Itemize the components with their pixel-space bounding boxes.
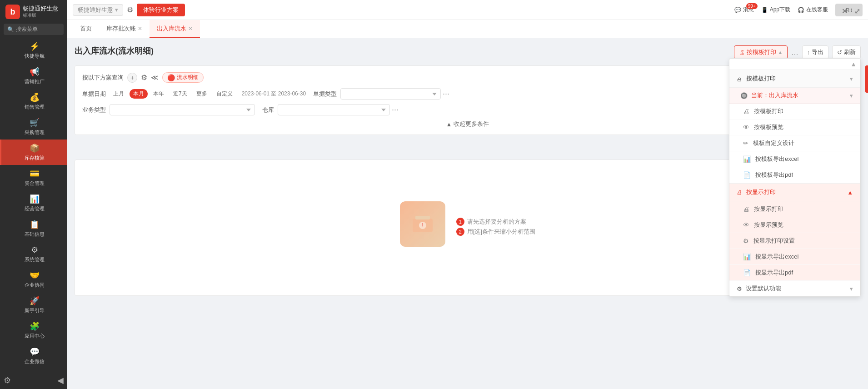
dropdown-template-print-label: 按模板打印	[754, 107, 783, 115]
default-section-label: 设置默认功能	[746, 284, 781, 293]
date-option-this-month[interactable]: 本月	[130, 89, 148, 99]
online-service-btn[interactable]: 🎧 在线客服	[798, 6, 828, 14]
filter-config-icon[interactable]: ⚙	[141, 73, 147, 82]
sidebar-item-inventory[interactable]: 📦 库存核算	[0, 140, 67, 165]
dropdown-display-settings-item[interactable]: ⚙ 按显示打印设置	[729, 233, 860, 249]
print-template-btn[interactable]: 🖨 按模板打印 ▲	[734, 45, 788, 59]
page-title: 出入库流水(流水明细)	[75, 45, 154, 56]
date-option-this-year[interactable]: 本年	[150, 89, 168, 99]
display-print-chevron-icon: ▲	[847, 189, 853, 196]
dropdown-default-section[interactable]: ⚙ 设置默认功能 ▾	[729, 281, 860, 296]
warehouse-field: 仓库 ···	[262, 104, 399, 115]
display-print-header-label: 按显示打印	[746, 188, 776, 196]
resize-handle[interactable]	[865, 65, 868, 93]
dropdown-current-label[interactable]: 🔘 当前：出入库流水 ▾	[729, 88, 860, 104]
empty-illustration: !	[400, 201, 445, 247]
warehouse-more[interactable]: ···	[392, 105, 399, 115]
dropdown-template-preview-item[interactable]: 👁 按模板预览	[729, 120, 860, 135]
sidebar-item-basic[interactable]: 📋 基础信息	[0, 216, 67, 241]
app-download-icon: 📱	[761, 7, 768, 13]
sidebar-item-guide[interactable]: 🚀 新手引导	[0, 292, 67, 318]
date-option-custom[interactable]: 自定义	[213, 89, 236, 99]
dropdown-template-custom-item[interactable]: ✏ 模板自定义设计	[729, 135, 860, 151]
messages-badge: 99+	[746, 3, 758, 9]
dropdown-template-print-header[interactable]: 🖨 按模板打印 ▾	[729, 70, 860, 88]
industry-btn[interactable]: 体验行业方案	[137, 4, 185, 16]
basic-icon: 📋	[30, 219, 40, 229]
export-btn[interactable]: ↑ 导出	[802, 45, 829, 59]
dropdown-display-print-item[interactable]: 🖨 按显示打印	[729, 201, 860, 217]
dropdown-template-preview-icon: 👁	[743, 124, 749, 131]
tip-num-2: 2	[456, 228, 464, 236]
dropdown-template-excel-item[interactable]: 📊 按模板导出excel	[729, 151, 860, 167]
voucher-type-wrap: ···	[340, 88, 449, 100]
dropdown-display-pdf-item[interactable]: 📄 按显示导出pdf	[729, 265, 860, 281]
cooperation-icon: 🤝	[30, 270, 40, 280]
dropdown-template-print-item[interactable]: 🖨 按模板打印	[729, 104, 860, 120]
sidebar-item-nav[interactable]: ⚡ 快捷导航	[0, 38, 67, 63]
tab-batch-account[interactable]: 库存批次账 ✕	[99, 20, 150, 38]
topbar-settings-icon[interactable]: ⚙	[127, 5, 133, 14]
search-menu[interactable]: 🔍 搜索菜单	[4, 24, 64, 35]
dropdown-template-pdf-item[interactable]: 📄 按模板导出pdf	[729, 167, 860, 183]
date-option-last-month[interactable]: 上月	[110, 89, 128, 99]
sidebar-bottom: ⚙ ◀	[0, 372, 67, 389]
dropdown-display-excel-item[interactable]: 📊 按显示导出excel	[729, 249, 860, 265]
refresh-btn[interactable]: ↺ 刷新	[832, 45, 861, 59]
scroll-up-arrow-icon[interactable]: ▲	[850, 60, 857, 68]
business-type-select[interactable]	[110, 104, 255, 115]
date-options: 上月 本月 本年 近7天 更多 自定义	[110, 89, 236, 99]
voucher-type-field: 单据类型 ···	[313, 88, 449, 100]
print-chevron-icon: ▲	[778, 50, 783, 55]
logo-icon: b	[5, 5, 20, 19]
apps-label: 应用中心	[25, 333, 45, 339]
sidebar-settings-icon[interactable]: ⚙	[4, 375, 11, 385]
dropdown-display-pdf-label: 按显示导出pdf	[755, 269, 793, 277]
sidebar-item-finance[interactable]: 💳 资金管理	[0, 165, 67, 190]
nav-icon: ⚡	[30, 41, 40, 51]
messages-btn[interactable]: 💬 消息 99+	[734, 6, 754, 14]
action-more-icon[interactable]: ...	[791, 48, 798, 57]
sidebar-item-operation[interactable]: 📊 经营管理	[0, 190, 67, 216]
sidebar-item-member[interactable]: 👑 畅会员	[0, 369, 67, 372]
tab-flow[interactable]: 出入库流水 ✕	[150, 20, 200, 38]
sidebar-item-cooperation[interactable]: 🤝 企业协同	[0, 267, 67, 292]
inventory-icon: 📦	[30, 143, 40, 153]
dropdown-display-print-header[interactable]: 🖨 按显示打印 ▲	[729, 183, 860, 201]
sidebar-collapse-icon[interactable]: ◀	[57, 375, 64, 385]
warehouse-select[interactable]	[278, 104, 390, 115]
dropdown-display-excel-icon: 📊	[743, 253, 751, 260]
template-print-header-icon: 🖨	[737, 75, 743, 82]
sidebar-item-marketing[interactable]: 📢 营销推广	[0, 63, 67, 89]
sidebar-item-system[interactable]: ⚙ 系统管理	[0, 241, 67, 267]
quick-tag[interactable]: 🔴 流水明细	[162, 72, 204, 83]
date-option-7days[interactable]: 近7天	[170, 89, 191, 99]
window-close-btn[interactable]: ✕	[839, 5, 850, 16]
sidebar-item-sales[interactable]: 💰 销售管理	[0, 89, 67, 114]
app-download-btn[interactable]: 📱 App下载	[761, 6, 790, 14]
display-print-header-icon: 🖨	[737, 189, 743, 196]
guide-icon: 🚀	[30, 296, 40, 306]
voucher-type-select[interactable]	[340, 88, 441, 100]
sidebar-item-apps[interactable]: 🧩 应用中心	[0, 318, 67, 343]
collapse-more-label: 收起更多条件	[454, 120, 489, 128]
empty-state: ! 1 请先选择要分析的方案 2 用[选]条件来缩小分析范围	[400, 201, 535, 254]
date-option-more[interactable]: 更多	[193, 89, 211, 99]
window-maximize-btn[interactable]: ⤢	[852, 5, 863, 16]
dropdown-display-pdf-icon: 📄	[743, 269, 751, 276]
filter-add-btn[interactable]: +	[127, 73, 137, 83]
finance-icon: 💳	[30, 169, 40, 179]
breadcrumb-input[interactable]: 畅捷通好生意 ▾	[73, 4, 123, 16]
tab-flow-close[interactable]: ✕	[188, 25, 193, 32]
sidebar-item-wechat[interactable]: 💬 企业微信	[0, 343, 67, 369]
app-version: 标准版	[23, 12, 58, 19]
empty-tip-1: 1 请先选择要分析的方案	[456, 218, 535, 226]
voucher-type-more[interactable]: ···	[443, 89, 449, 99]
sidebar-item-purchase[interactable]: 🛒 采购管理	[0, 114, 67, 140]
dropdown-display-preview-item[interactable]: 👁 按显示预览	[729, 217, 860, 233]
page-content: 出入库流水(流水明细) 🖨 按模板打印 ▲ ... ↑ 导出 ↺ 刷新 按以下方…	[67, 38, 868, 389]
filter-collapse-icon[interactable]: ≪	[151, 73, 159, 82]
tab-home[interactable]: 首页	[73, 20, 99, 38]
purchase-label: 采购管理	[25, 129, 45, 136]
tab-batch-account-close[interactable]: ✕	[138, 25, 142, 32]
